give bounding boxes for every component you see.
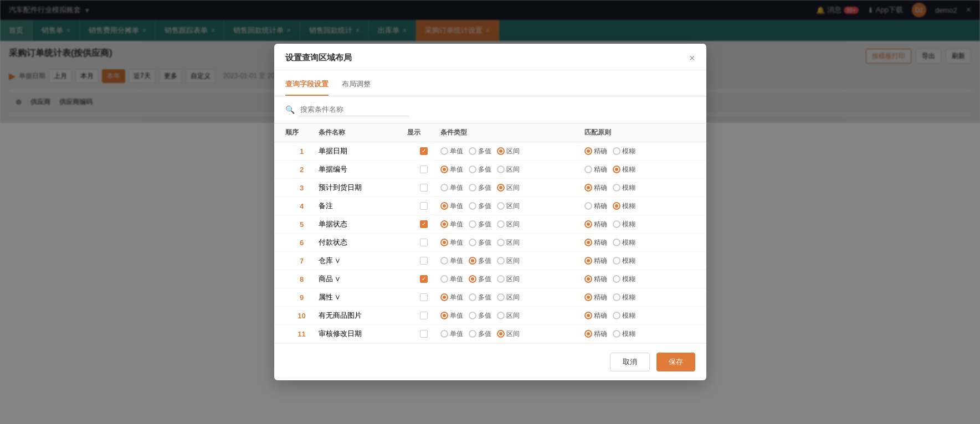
search-input[interactable] (298, 103, 409, 116)
dialog-header: 设置查询区域布局 × (274, 44, 706, 70)
settings-dialog: 设置查询区域布局 × 查询字段设置 布局调整 🔍 顺序 条件名称 显示 条件类型 (274, 44, 706, 123)
search-area: 🔍 (274, 96, 706, 123)
dialog-title: 设置查询区域布局 (285, 53, 352, 63)
modal-overlay: 设置查询区域布局 × 查询字段设置 布局调整 🔍 顺序 条件名称 显示 条件类型 (0, 0, 980, 123)
dialog-tabs: 查询字段设置 布局调整 (274, 70, 706, 96)
search-icon: 🔍 (285, 105, 295, 114)
dialog-close-button[interactable]: × (689, 53, 695, 63)
tab-layout-adjust[interactable]: 布局调整 (342, 76, 371, 96)
tab-query-fields[interactable]: 查询字段设置 (285, 76, 329, 96)
